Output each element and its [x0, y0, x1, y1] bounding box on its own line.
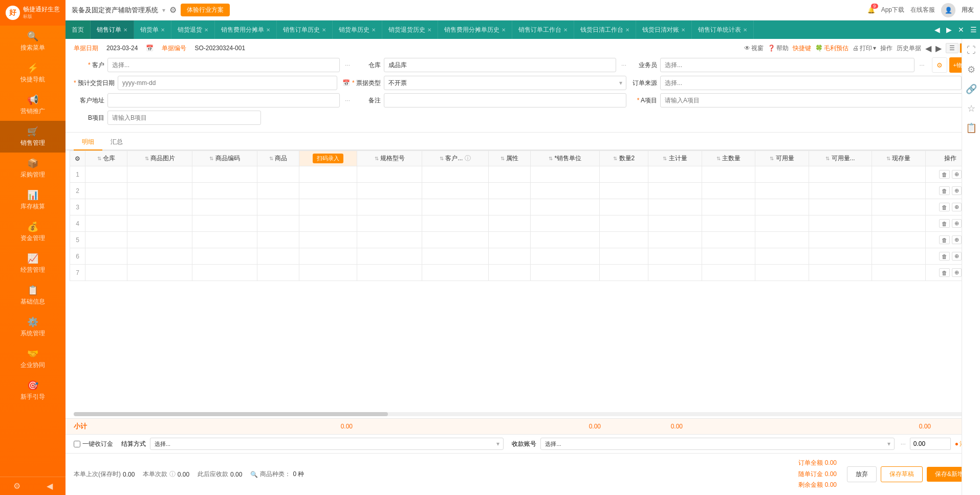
- current-info-icon[interactable]: ⓘ: [169, 470, 176, 478]
- sidebar-collapse-icon[interactable]: ◀: [47, 481, 53, 491]
- order-source-input[interactable]: [660, 76, 962, 90]
- nav-left-icon[interactable]: ◀: [925, 44, 931, 53]
- row-delete-button[interactable]: 🗑: [939, 252, 950, 261]
- delivery-cal-icon[interactable]: 📅: [342, 79, 350, 87]
- operation-button[interactable]: 操作: [880, 44, 892, 53]
- account-more-icon[interactable]: ···: [901, 440, 906, 447]
- scrollbar-thumb[interactable]: [74, 412, 388, 416]
- save-draft-button[interactable]: 保存草稿: [881, 466, 923, 482]
- nav-tab-order-history[interactable]: 销售订单历史 ✕: [277, 20, 333, 39]
- print-button[interactable]: 🖨 打印 ▾: [853, 44, 876, 53]
- nav-tab-reconcile[interactable]: 钱货日清对账 ✕: [636, 20, 692, 39]
- close-tab-sales-stats[interactable]: ✕: [743, 27, 747, 33]
- solution-button[interactable]: 体验行业方案: [181, 4, 230, 16]
- form-icon[interactable]: 📋: [964, 120, 979, 136]
- topbar-settings-icon[interactable]: ⚙: [169, 5, 177, 15]
- row-copy-button[interactable]: ⊕: [952, 252, 962, 261]
- row-copy-button[interactable]: ⊕: [952, 235, 962, 244]
- sidebar-item-system[interactable]: ⚙️ 系统管理: [0, 311, 66, 343]
- nav-tab-sales-refund[interactable]: 销货退货 ✕: [171, 20, 215, 39]
- profit-button[interactable]: 🍀 毛利预估: [815, 44, 848, 53]
- sidebar-item-operations[interactable]: 📈 经营管理: [0, 248, 66, 279]
- customer-more-icon[interactable]: ···: [345, 61, 350, 69]
- app-download-link[interactable]: App下载: [881, 6, 904, 14]
- payment-amount-input[interactable]: [910, 438, 951, 450]
- address-input[interactable]: [107, 93, 340, 107]
- warehouse-more-icon[interactable]: ···: [621, 61, 626, 69]
- nav-tab-sales-return[interactable]: 销货单 ✕: [134, 20, 171, 39]
- row-copy-button[interactable]: ⊕: [952, 186, 962, 195]
- nav-tab-cash-workbench[interactable]: 钱货日清工作台 ✕: [574, 20, 636, 39]
- shortcut-button[interactable]: 快捷键: [793, 44, 811, 53]
- tab-detail[interactable]: 明细: [74, 135, 102, 150]
- online-service-link[interactable]: 在线客服: [910, 6, 935, 14]
- address-more-icon[interactable]: ···: [345, 97, 350, 104]
- salesperson-more-icon[interactable]: ···: [920, 61, 925, 69]
- star-icon[interactable]: ☆: [965, 101, 977, 116]
- one-click-checkbox[interactable]: [74, 441, 80, 447]
- scrollbar-track[interactable]: [74, 412, 972, 416]
- col-settings[interactable]: ⚙: [70, 151, 85, 166]
- list-view-icon[interactable]: ☰: [946, 43, 959, 53]
- row-copy-button[interactable]: ⊕: [952, 203, 962, 211]
- row-copy-button[interactable]: ⊕: [952, 219, 962, 228]
- account-select[interactable]: 选择...: [540, 438, 894, 450]
- close-tab-sales-fee[interactable]: ✕: [266, 27, 270, 33]
- nav-tab-refund-history[interactable]: 销货退货历史 ✕: [382, 20, 438, 39]
- dropdown-arrow-icon[interactable]: ▾: [162, 7, 165, 14]
- help-button[interactable]: ❓ 帮助: [768, 44, 789, 53]
- remark-input[interactable]: [384, 93, 626, 107]
- nav-tab-sales-fee[interactable]: 销售费用分摊单 ✕: [215, 20, 277, 39]
- scan-button[interactable]: 扫码录入: [313, 154, 343, 163]
- sidebar-item-inventory[interactable]: 📊 库存核算: [0, 184, 66, 216]
- link-icon[interactable]: 🔗: [964, 81, 979, 97]
- settle-select[interactable]: 选择...: [150, 438, 504, 450]
- discard-button[interactable]: 放弃: [847, 466, 877, 482]
- row-delete-button[interactable]: 🗑: [939, 203, 950, 211]
- nav-right-icon[interactable]: ▶: [935, 44, 942, 53]
- tab-summary[interactable]: 汇总: [102, 135, 131, 150]
- nav-tab-order-workbench[interactable]: 销售订单工作台 ✕: [512, 20, 574, 39]
- nav-tab-sales-order[interactable]: 销售订单 ✕: [91, 20, 134, 39]
- nav-tab-return-history[interactable]: 销货单历史 ✕: [333, 20, 382, 39]
- row-copy-button[interactable]: ⊕: [952, 268, 962, 277]
- row-delete-button[interactable]: 🗑: [939, 186, 950, 195]
- project-a-input[interactable]: [660, 93, 972, 107]
- nav-more-icon[interactable]: ☰: [967, 26, 980, 34]
- expand-icon[interactable]: ⛶: [965, 43, 978, 58]
- row-delete-button[interactable]: 🗑: [939, 219, 950, 228]
- row-delete-button[interactable]: 🗑: [939, 268, 950, 277]
- delivery-date-input[interactable]: [118, 76, 337, 90]
- calendar-icon[interactable]: 📅: [146, 45, 154, 52]
- col-customer-info-icon[interactable]: ⓘ: [465, 155, 471, 162]
- sidebar-item-quick[interactable]: ⚡ 快捷导航: [0, 57, 66, 89]
- nav-tab-sales-stats[interactable]: 销售订单统计表 ✕: [692, 20, 754, 39]
- sidebar-settings-icon[interactable]: ⚙: [13, 481, 20, 491]
- invoice-type-select[interactable]: 不开票: [384, 76, 626, 90]
- salesperson-input[interactable]: [660, 58, 914, 72]
- row-delete-button[interactable]: 🗑: [939, 170, 950, 179]
- close-tab-order-workbench[interactable]: ✕: [563, 27, 568, 33]
- sidebar-item-purchase[interactable]: 📦 采购管理: [0, 153, 66, 184]
- row-copy-button[interactable]: ⊕: [952, 170, 962, 179]
- warehouse-input[interactable]: [384, 58, 616, 72]
- row-delete-button[interactable]: 🗑: [939, 235, 950, 244]
- sidebar-item-search[interactable]: 🔍 搜索菜单: [0, 26, 66, 57]
- customer-input[interactable]: [107, 58, 340, 72]
- sidebar-item-basic[interactable]: 📋 基础信息: [0, 279, 66, 311]
- history-button[interactable]: 历史单据: [897, 44, 921, 53]
- view-button[interactable]: 👁 视窗: [744, 44, 764, 53]
- nav-next-icon[interactable]: ▶: [943, 26, 955, 34]
- sidebar-item-enterprise[interactable]: 🤝 企业协同: [0, 343, 66, 375]
- sidebar-item-sales[interactable]: 🛒 销售管理: [0, 121, 66, 153]
- user-avatar[interactable]: 👤: [941, 3, 955, 17]
- nav-tab-fee-history[interactable]: 销售费用分摊单历史 ✕: [438, 20, 512, 39]
- one-click-label[interactable]: 一键收订金: [74, 440, 113, 448]
- close-tab-refund-history[interactable]: ✕: [427, 27, 431, 33]
- close-tab-cash-workbench[interactable]: ✕: [625, 27, 629, 33]
- close-tab-sales-order[interactable]: ✕: [123, 27, 127, 33]
- nav-prev-icon[interactable]: ◀: [931, 26, 943, 34]
- close-tab-return-history[interactable]: ✕: [372, 27, 376, 33]
- close-tab-fee-history[interactable]: ✕: [502, 27, 506, 33]
- project-b-input[interactable]: [107, 111, 261, 125]
